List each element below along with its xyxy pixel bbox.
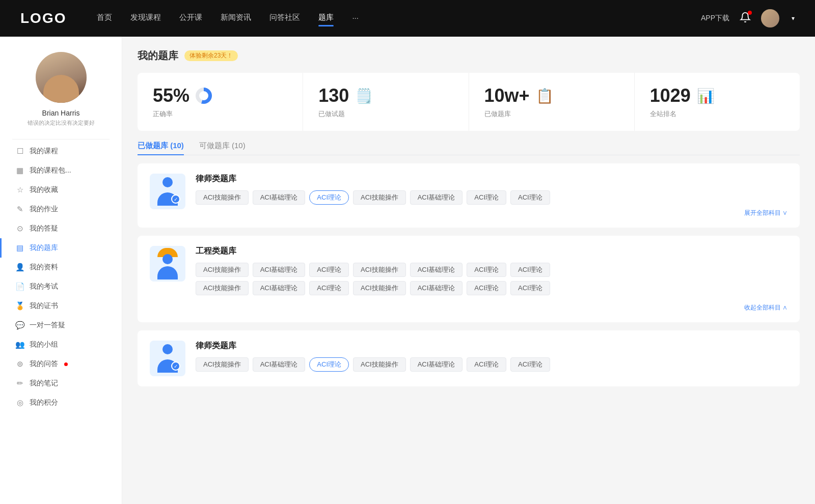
tag-item[interactable]: ACI基础理论	[410, 190, 463, 205]
nav-home[interactable]: 首页	[97, 13, 112, 24]
sidebar-item-certificate[interactable]: 🏅 我的证书	[0, 296, 122, 316]
tag-item[interactable]: ACI理论	[467, 357, 506, 372]
sidebar-item-my-exam[interactable]: 📄 我的考试	[0, 277, 122, 296]
tag-item[interactable]: ACI基础理论	[253, 281, 306, 295]
nav-more[interactable]: ···	[352, 13, 359, 24]
sidebar-label: 我的资料	[30, 263, 58, 272]
tag-item[interactable]: ACI技能操作	[353, 357, 406, 372]
tag-item[interactable]: ACI技能操作	[196, 357, 249, 372]
qbank-icon-lawyer: ✓	[150, 174, 185, 209]
tag-item[interactable]: ACI理论	[510, 190, 550, 205]
sidebar-item-my-group[interactable]: 👥 我的小组	[0, 335, 122, 354]
notification-badge	[748, 11, 752, 15]
star-icon: ☆	[15, 185, 24, 194]
sidebar-item-my-course[interactable]: ☐ 我的课程	[0, 142, 122, 161]
tag-item[interactable]: ACI基础理论	[253, 263, 306, 277]
tag-item[interactable]: ACI理论	[467, 263, 506, 277]
tag-item[interactable]: ACI技能操作	[353, 263, 406, 277]
avatar-image	[36, 52, 87, 103]
tag-item[interactable]: ACI基础理论	[410, 357, 463, 372]
nav-news[interactable]: 新闻资讯	[221, 13, 251, 24]
qbank-card-lawyer-1: ✓ 律师类题库 ACI技能操作 ACI基础理论 ACI理论 ACI技能操作 AC…	[138, 163, 800, 228]
user-name: Brian Harris	[42, 109, 80, 117]
qbank-name-lawyer-1: 律师类题库	[196, 174, 787, 184]
tag-item[interactable]: ACI基础理论	[253, 357, 306, 372]
stat-accuracy: 55% 正确率	[138, 73, 303, 131]
tag-item[interactable]: ACI技能操作	[353, 281, 406, 295]
sidebar-label: 我的课程	[30, 147, 58, 156]
tab-done-banks[interactable]: 已做题库 (10)	[138, 141, 184, 155]
sidebar-label: 我的考试	[30, 282, 58, 291]
stat-top: 1029 📊	[650, 85, 784, 106]
tag-item-active[interactable]: ACI理论	[309, 190, 349, 205]
sidebar-item-my-qa[interactable]: ⊙ 我的答疑	[0, 219, 122, 238]
nav-question-bank[interactable]: 题库	[318, 13, 334, 24]
tag-item-active[interactable]: ACI理论	[309, 357, 349, 372]
nav-open-course[interactable]: 公开课	[179, 13, 202, 24]
tag-item[interactable]: ACI技能操作	[196, 281, 249, 295]
sidebar-item-my-questions[interactable]: ⊚ 我的问答	[0, 354, 122, 374]
stat-number-rank: 1029	[650, 85, 691, 106]
sidebar-item-homework[interactable]: ✎ 我的作业	[0, 200, 122, 219]
stat-top: 130 🗒️	[318, 85, 453, 106]
stat-top: 10w+ 📋	[484, 85, 619, 106]
tag-item[interactable]: ACI理论	[467, 281, 506, 295]
main-layout: Brian Harris 错误的决定比没有决定要好 ☐ 我的课程 ▦ 我的课程包…	[0, 37, 815, 504]
sidebar-item-favorites[interactable]: ☆ 我的收藏	[0, 180, 122, 200]
trial-badge: 体验剩余23天！	[184, 50, 238, 61]
stat-label-done: 已做试题	[318, 109, 453, 119]
stat-label-accuracy: 正确率	[153, 109, 287, 119]
stat-done-banks: 10w+ 📋 已做题库	[469, 73, 635, 131]
sidebar-item-one-on-one[interactable]: 💬 一对一答疑	[0, 316, 122, 335]
sidebar-item-question-bank[interactable]: ▤ 我的题库	[0, 238, 122, 258]
tag-item[interactable]: ACI理论	[510, 281, 550, 295]
sidebar-label: 我的证书	[30, 301, 58, 311]
qbank-info-lawyer-2: 律师类题库 ACI技能操作 ACI基础理论 ACI理论 ACI技能操作 ACI基…	[196, 341, 787, 372]
tag-item[interactable]: ACI技能操作	[196, 190, 249, 205]
question-badge	[64, 362, 68, 366]
chart-red-icon: 📊	[697, 88, 715, 104]
tag-item[interactable]: ACI理论	[309, 281, 349, 295]
sidebar-label: 我的小组	[30, 340, 58, 349]
sidebar-item-my-notes[interactable]: ✏ 我的笔记	[0, 374, 122, 393]
qbank-icon-engineer	[150, 246, 185, 282]
nav-links: 首页 发现课程 公开课 新闻资讯 问答社区 题库 ···	[97, 13, 701, 24]
tag-item[interactable]: ACI技能操作	[196, 263, 249, 277]
tag-item[interactable]: ACI技能操作	[353, 190, 406, 205]
qbank-tags-lawyer-2: ACI技能操作 ACI基础理论 ACI理论 ACI技能操作 ACI基础理论 AC…	[196, 357, 787, 372]
tag-item[interactable]: ACI基础理论	[410, 281, 463, 295]
user-menu-chevron[interactable]: ▾	[792, 15, 795, 22]
expand-link-lawyer-1[interactable]: 展开全部科目 ∨	[196, 209, 787, 217]
sidebar-label: 我的问答	[30, 359, 58, 369]
sidebar: Brian Harris 错误的决定比没有决定要好 ☐ 我的课程 ▦ 我的课程包…	[0, 37, 122, 504]
tag-item[interactable]: ACI基础理论	[253, 190, 306, 205]
sidebar-item-my-points[interactable]: ◎ 我的积分	[0, 393, 122, 412]
nav-right: APP下载 ▾	[701, 9, 795, 27]
tag-item[interactable]: ACI理论	[510, 263, 550, 277]
tag-item[interactable]: ACI理论	[510, 357, 550, 372]
sidebar-label: 我的笔记	[30, 379, 58, 388]
tag-item[interactable]: ACI理论	[467, 190, 506, 205]
qbank-tags-lawyer-1: ACI技能操作 ACI基础理论 ACI理论 ACI技能操作 ACI基础理论 AC…	[196, 190, 787, 205]
sidebar-item-my-data[interactable]: 👤 我的资料	[0, 258, 122, 277]
note-icon: ✏	[15, 379, 24, 388]
sidebar-label: 我的答疑	[30, 224, 58, 233]
bar-chart-icon: ▦	[15, 166, 24, 175]
stat-label-rank: 全站排名	[650, 109, 784, 119]
qbank-icon-lawyer-2: ✓	[150, 341, 185, 376]
sidebar-item-course-package[interactable]: ▦ 我的课程包...	[0, 161, 122, 180]
tag-item[interactable]: ACI基础理论	[410, 263, 463, 277]
app-download-link[interactable]: APP下载	[701, 14, 729, 23]
list-yellow-icon: 📋	[536, 88, 554, 104]
expand-link-engineer[interactable]: 收起全部科目 ∧	[196, 303, 787, 312]
qbank-name-lawyer-2: 律师类题库	[196, 341, 787, 351]
nav-discover[interactable]: 发现课程	[130, 13, 161, 24]
user-motto: 错误的决定比没有决定要好	[19, 119, 103, 127]
user-group-icon: 👤	[15, 263, 24, 272]
notification-bell[interactable]	[740, 12, 751, 25]
tab-available-banks[interactable]: 可做题库 (10)	[199, 141, 246, 155]
tag-item[interactable]: ACI理论	[309, 263, 349, 277]
nav-qa[interactable]: 问答社区	[269, 13, 300, 24]
qbank-name-engineer: 工程类题库	[196, 246, 787, 257]
user-avatar-nav[interactable]	[761, 9, 779, 27]
